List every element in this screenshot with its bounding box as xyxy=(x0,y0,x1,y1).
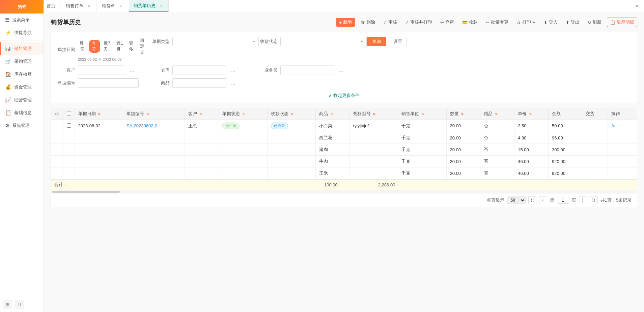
date-tab-today[interactable]: 今天 xyxy=(89,40,100,53)
prev-page-btn[interactable]: ⟨ xyxy=(539,196,547,204)
col-settings[interactable]: ⚙ xyxy=(51,108,63,120)
page-number-input[interactable]: 1 xyxy=(557,197,569,204)
abandon-button[interactable]: ↩ 弃审 xyxy=(438,18,457,27)
new-button[interactable]: + 新增 xyxy=(336,18,356,27)
col-doc-status-sort-icon[interactable]: ⇅ xyxy=(242,112,245,116)
sidebar-collapse-btn[interactable]: ⏸ xyxy=(15,300,24,309)
col-checkbox[interactable] xyxy=(63,108,75,120)
cell-doc-status xyxy=(219,156,267,167)
sidebar-item-ops-mgmt[interactable]: 📈 经营管理 xyxy=(0,94,44,106)
refresh-button[interactable]: ↻ 刷新 xyxy=(585,18,604,27)
cell-checkbox[interactable] xyxy=(63,167,75,179)
date-tab-7days[interactable]: 近7天 xyxy=(102,40,113,53)
tab-sales-history-close[interactable]: × xyxy=(159,3,164,8)
show-detail-button[interactable]: 📋 显示明细 xyxy=(607,18,637,27)
date-tab-1month[interactable]: 近1月 xyxy=(114,40,126,53)
cell-checkbox[interactable] xyxy=(63,120,75,132)
tab-sales-delivery-close[interactable]: × xyxy=(118,4,123,8)
sidebar-item-label: 销售管理 xyxy=(14,46,32,52)
col-price-sort-icon[interactable]: ⇅ xyxy=(529,112,532,116)
warehouse-dots-icon[interactable]: ... xyxy=(231,67,235,73)
cell-spec xyxy=(349,167,398,179)
doc-number-input[interactable] xyxy=(78,78,139,88)
sidebar-item-inventory[interactable]: 🏠 库存核算 xyxy=(0,68,44,81)
first-page-btn[interactable]: ⟨⟨ xyxy=(528,196,536,204)
footer-total-qty: 100.00 xyxy=(324,182,338,187)
warehouse-input[interactable] xyxy=(172,66,226,75)
last-page-btn[interactable]: ⟩⟩ xyxy=(590,196,598,204)
col-payment-status-sort-icon[interactable]: ⇅ xyxy=(290,112,293,116)
edit-icon[interactable]: ✎ xyxy=(611,123,615,129)
date-tab-more[interactable]: 更多 xyxy=(127,40,137,53)
goods-input[interactable] xyxy=(172,78,226,88)
sidebar-item-search-menu[interactable]: ☰ 搜索菜单 xyxy=(0,14,44,26)
col-date: 单据日期 ⇅ xyxy=(75,108,123,120)
col-qty-sort-icon[interactable]: ⇅ xyxy=(461,112,464,116)
sidebar-item-quick-nav[interactable]: ⚡ 快捷导航 xyxy=(0,26,44,39)
salesperson-dots-icon[interactable]: ... xyxy=(339,67,343,73)
salesperson-input[interactable] xyxy=(280,66,334,75)
table-settings-icon[interactable]: ⚙ xyxy=(55,111,59,116)
cell-checkbox[interactable] xyxy=(63,144,75,156)
col-gift-sort-icon[interactable]: ⇅ xyxy=(495,112,498,116)
cell-trade xyxy=(582,156,608,167)
horizontal-scrollbar[interactable] xyxy=(51,190,637,193)
table-row: 西兰花 千克 20.00 否 4.80 96.00 xyxy=(51,132,637,144)
per-page-select[interactable]: 50 100 200 xyxy=(507,197,526,204)
setting-button[interactable]: 设置 xyxy=(389,37,407,46)
more-icon[interactable]: ⋯ xyxy=(617,123,622,129)
next-page-btn[interactable]: ⟩ xyxy=(579,196,587,204)
goods-dots-icon[interactable]: ... xyxy=(231,80,235,86)
sidebar-item-basic-info[interactable]: 📋 基础信息 xyxy=(0,106,44,119)
quick-nav-icon: ⚡ xyxy=(5,30,11,36)
tab-home[interactable]: 首页 xyxy=(47,0,60,12)
doc-number-link[interactable]: SA-20230602-0 xyxy=(127,123,157,128)
sidebar-item-sales-mgmt[interactable]: 📊 销售管理 xyxy=(0,42,44,55)
sidebar-item-sys-mgmt[interactable]: ⚙ 系统管理 xyxy=(0,119,44,132)
import-button[interactable]: ⬇ 导入 xyxy=(541,18,560,27)
col-date-sort-icon[interactable]: ⇅ xyxy=(98,112,101,116)
col-customer-sort-icon[interactable]: ⇅ xyxy=(199,112,202,116)
col-number-label: 单据编号 xyxy=(127,111,144,116)
approve-print-button[interactable]: ✓ 审核并打印 xyxy=(402,18,435,27)
tab-sales-order[interactable]: 销售订单 × xyxy=(61,0,96,12)
sidebar-settings-btn[interactable]: ⚙ xyxy=(3,300,12,309)
cell-checkbox[interactable] xyxy=(63,156,75,167)
row-checkbox[interactable] xyxy=(67,123,71,128)
scroll-thumb[interactable] xyxy=(52,191,120,193)
export-button[interactable]: ⬆ 导出 xyxy=(563,18,582,27)
date-tab-custom[interactable]: 自定义 xyxy=(138,37,151,56)
customer-input[interactable] xyxy=(78,66,125,75)
tab-sales-delivery[interactable]: 销货单 × xyxy=(97,0,128,12)
delete-button[interactable]: 🗑 删除 xyxy=(358,18,378,27)
tab-sales-history[interactable]: 销货单历史 × xyxy=(129,0,169,12)
query-button[interactable]: 查询 xyxy=(367,37,386,46)
col-goods-sort-icon[interactable]: ⇅ xyxy=(330,112,333,116)
customer-dots-icon[interactable]: ... xyxy=(130,67,134,73)
cell-spec xyxy=(349,156,398,167)
select-all-checkbox[interactable] xyxy=(67,111,71,115)
col-spec-label: 规格型号 xyxy=(353,111,371,116)
collect-button[interactable]: 💳 收款 xyxy=(459,18,480,27)
tab-sales-order-close[interactable]: × xyxy=(87,4,91,8)
approve-button[interactable]: ✓ 审核 xyxy=(381,18,400,27)
print-icon: 🖨 xyxy=(516,20,521,25)
print-button[interactable]: 🖨 打印 ▼ xyxy=(514,18,538,27)
cell-checkbox[interactable] xyxy=(63,132,75,144)
col-number-sort-icon[interactable]: ⇅ xyxy=(146,112,149,116)
date-tab-yesterday[interactable]: 昨天 xyxy=(78,40,88,53)
batch-change-button[interactable]: ✏ 批量变更 xyxy=(483,18,511,27)
col-price-label: 单价 xyxy=(518,111,527,116)
window-close-btn[interactable]: × xyxy=(633,3,641,9)
sidebar-item-finance[interactable]: 💰 资金管理 xyxy=(0,81,44,94)
col-spec-sort-icon[interactable]: ⇅ xyxy=(373,112,375,116)
col-unit-sort-icon[interactable]: ⇅ xyxy=(421,112,424,116)
cell-goods: 玉米 xyxy=(315,167,349,179)
payment-select[interactable]: ▼ xyxy=(280,37,367,46)
tab-bar: 首页 销售订单 × 销货单 × 销货单历史 × × xyxy=(44,0,644,12)
col-gift: 赠品 ⇅ xyxy=(480,108,514,120)
type-select[interactable]: ▼ xyxy=(172,37,259,46)
sidebar-item-purchase-mgmt[interactable]: 🛒 采购管理 xyxy=(0,55,44,68)
inventory-icon: 🏠 xyxy=(5,71,11,77)
collapse-button[interactable]: ∧ 收起更多条件 xyxy=(56,91,632,100)
